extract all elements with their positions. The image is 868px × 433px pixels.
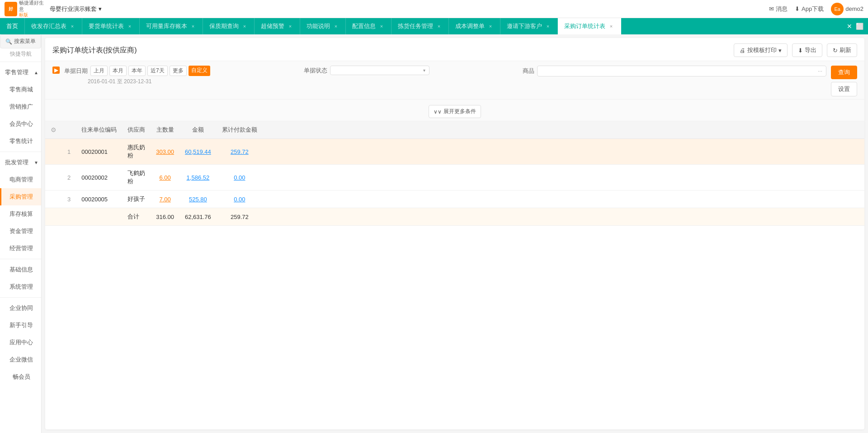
- sidebar-item-purchase[interactable]: 采购管理: [0, 188, 41, 205]
- nav-tab-controls: ✕ ⬜: [842, 23, 868, 30]
- sidebar-item-ecommerce[interactable]: 电商管理: [0, 171, 41, 188]
- tab-purchase-summary-close[interactable]: ×: [608, 23, 614, 29]
- sidebar-item-wholesale[interactable]: 批发管理 ▼: [0, 154, 41, 171]
- sidebar-divider-1: [0, 62, 41, 62]
- maximize-window-icon[interactable]: ⬜: [856, 23, 863, 30]
- tab-cost[interactable]: 成本调整单 ×: [449, 18, 500, 34]
- footer-num: [62, 208, 76, 226]
- expand-arrow-btn[interactable]: ▶: [52, 67, 60, 74]
- settings-btn[interactable]: 设置: [831, 82, 857, 96]
- sidebar-item-enterprise[interactable]: 企业协同: [0, 300, 41, 317]
- tab-config-close[interactable]: ×: [378, 23, 385, 29]
- footer-extra: [263, 208, 864, 226]
- shortcut-last-month[interactable]: 上月: [90, 66, 108, 76]
- col-settings: ⚙: [45, 121, 62, 139]
- app-download-btn[interactable]: ⬇ App下载: [795, 5, 824, 13]
- tab-function-close[interactable]: ×: [333, 23, 339, 29]
- tab-invite[interactable]: 邀请下游客户 ×: [500, 18, 558, 34]
- search-btn[interactable]: 查询: [831, 66, 857, 79]
- product-more-icon[interactable]: ···: [818, 68, 822, 74]
- sidebar-item-basic[interactable]: 基础信息: [0, 261, 41, 278]
- table-row[interactable]: 3 00020005 好孩子 7.00 525.80 0.: [45, 190, 864, 208]
- tab-collect-close[interactable]: ×: [69, 23, 75, 29]
- refresh-btn[interactable]: ↻ 刷新: [827, 43, 857, 57]
- sidebar-item-operations[interactable]: 经营管理: [0, 240, 41, 257]
- sidebar-item-retail[interactable]: 零售管理 ▲: [0, 64, 41, 81]
- quick-nav-label[interactable]: 快捷导航: [0, 48, 41, 60]
- sidebar-item-retail-shop[interactable]: 零售商城: [0, 81, 41, 98]
- row-amount: 525.80: [179, 190, 217, 208]
- tab-picking[interactable]: 拣货任务管理 ×: [392, 18, 449, 34]
- qty-link[interactable]: 7.00: [159, 196, 170, 203]
- tab-cost-close[interactable]: ×: [487, 23, 494, 29]
- sidebar-item-vip[interactable]: 畅会员: [0, 368, 41, 385]
- logo-icon: 好: [5, 2, 17, 16]
- sidebar-item-system-label: 系统管理: [9, 283, 33, 291]
- nav-tabs: 首页 收发存汇总表 × 要货单统计表 × 可用量库存账本 × 保质期查询 × 超…: [0, 18, 868, 34]
- sidebar-item-inventory[interactable]: 库存核算: [0, 205, 41, 223]
- expand-more-btn[interactable]: ∨∨ 展开更多条件: [429, 105, 481, 118]
- date-filter: 单据日期 上月 本月 本年 近7天 更多 自定义 2016-01-01 至 20…: [64, 66, 210, 86]
- tab-purchase-summary[interactable]: 采购订单统计表 ×: [558, 18, 621, 34]
- sidebar-item-system[interactable]: 系统管理: [0, 278, 41, 295]
- expand-arrow-icon: ▶: [52, 67, 60, 74]
- user-area[interactable]: Ea demo2: [831, 3, 863, 15]
- shortcut-this-month[interactable]: 本月: [109, 66, 127, 76]
- tab-invite-close[interactable]: ×: [545, 23, 551, 29]
- sidebar-item-retail-stat[interactable]: 零售统计: [0, 133, 41, 150]
- search-menu-btn[interactable]: 🔍 搜索菜单: [0, 34, 41, 48]
- col-amount: 金额: [179, 121, 217, 139]
- shortcut-more[interactable]: 更多: [170, 66, 187, 76]
- print-btn[interactable]: 🖨 按模板打印 ▾: [734, 43, 788, 57]
- sidebar-item-enterprise-label: 企业协同: [9, 304, 33, 312]
- tab-overstock[interactable]: 超储预警 ×: [255, 18, 300, 34]
- sidebar-item-retail-shop-label: 零售商城: [9, 86, 33, 94]
- shortcut-this-year[interactable]: 本年: [128, 66, 146, 76]
- tab-function[interactable]: 功能说明 ×: [300, 18, 346, 34]
- footer-amount: 62,631.76: [179, 208, 217, 226]
- row-qty: 7.00: [151, 190, 179, 208]
- status-select[interactable]: ▾: [330, 66, 429, 75]
- message-btn[interactable]: ✉ 消息: [769, 5, 788, 13]
- shortcut-custom[interactable]: 自定义: [189, 66, 210, 76]
- print-icon: 🖨: [740, 47, 745, 54]
- sidebar-item-vip-label: 畅会员: [13, 373, 30, 381]
- row-extra: [263, 165, 864, 190]
- row-qty: 6.00: [151, 165, 179, 190]
- paid-link[interactable]: 259.72: [231, 148, 249, 155]
- sidebar-item-marketing[interactable]: 营销推广: [0, 98, 41, 115]
- paid-link[interactable]: 0.00: [234, 174, 245, 181]
- company-select[interactable]: 母婴行业演示账套 ▾: [50, 5, 102, 13]
- row-supplier: 飞鹤奶粉: [122, 165, 151, 190]
- tab-overstock-close[interactable]: ×: [287, 23, 293, 29]
- tab-goods-summary[interactable]: 要货单统计表 ×: [82, 18, 140, 34]
- tab-expiry-close[interactable]: ×: [241, 23, 248, 29]
- product-select[interactable]: ···: [537, 66, 826, 76]
- tab-collect[interactable]: 收发存汇总表 ×: [25, 18, 82, 34]
- tab-expiry[interactable]: 保质期查询 ×: [203, 18, 255, 34]
- paid-link[interactable]: 0.00: [234, 196, 245, 203]
- tab-goods-summary-close[interactable]: ×: [127, 23, 133, 29]
- tab-config[interactable]: 配置信息 ×: [346, 18, 392, 34]
- qty-link[interactable]: 303.00: [156, 148, 174, 155]
- sidebar-item-app-center[interactable]: 应用中心: [0, 334, 41, 351]
- sidebar-item-finance[interactable]: 资金管理: [0, 223, 41, 240]
- amount-link[interactable]: 1,586.52: [187, 174, 210, 181]
- tab-picking-close[interactable]: ×: [436, 23, 442, 29]
- export-btn[interactable]: ⬇ 导出: [792, 43, 822, 57]
- sidebar-item-guide[interactable]: 新手引导: [0, 317, 41, 334]
- qty-link[interactable]: 6.00: [159, 174, 170, 181]
- tab-home[interactable]: 首页: [0, 18, 25, 34]
- sidebar-item-wechat[interactable]: 企业微信: [0, 351, 41, 368]
- shortcut-7days[interactable]: 近7天: [147, 66, 168, 76]
- amount-link[interactable]: 525.80: [189, 196, 207, 203]
- tab-available-stock[interactable]: 可用量库存账本 ×: [140, 18, 203, 34]
- table-row[interactable]: 1 00020001 惠氏奶粉 303.00 60,519.44: [45, 139, 864, 165]
- tab-available-stock-close[interactable]: ×: [190, 23, 196, 29]
- amount-link[interactable]: 60,519.44: [185, 148, 211, 155]
- gear-icon[interactable]: ⚙: [51, 126, 57, 133]
- table-row[interactable]: 2 00020002 飞鹤奶粉 6.00 1,586.52: [45, 165, 864, 190]
- page-actions: 🖨 按模板打印 ▾ ⬇ 导出 ↻ 刷新: [734, 43, 857, 57]
- sidebar-item-member[interactable]: 会员中心: [0, 115, 41, 133]
- close-window-icon[interactable]: ✕: [847, 23, 852, 30]
